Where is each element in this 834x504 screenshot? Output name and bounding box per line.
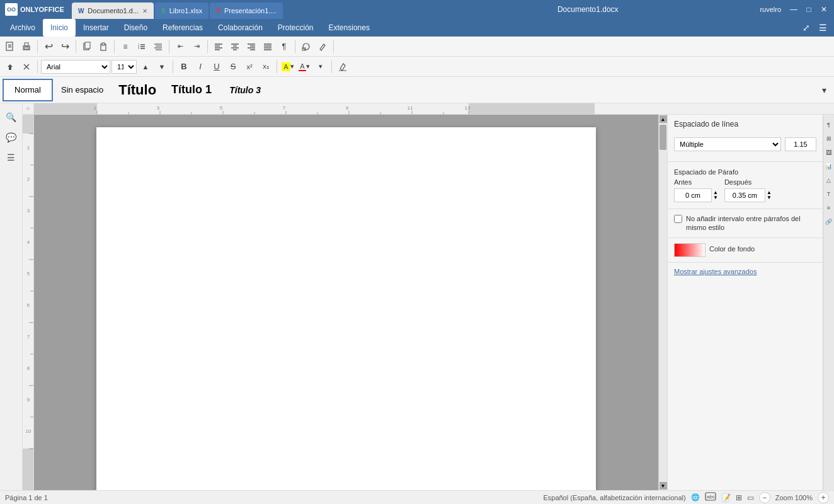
minimize-button[interactable]: — [789,4,799,14]
v-scrollbar[interactable]: ▲ ▼ [658,115,667,490]
panel-graph-icon[interactable]: 📊 [824,160,834,173]
style-titulo2[interactable]: Título 1 [164,79,219,101]
styles-dropdown-button[interactable]: ▾ [816,83,831,98]
before-value-input[interactable] [674,188,712,202]
numbered-list-button[interactable]: 123 [134,39,149,54]
font-color-button[interactable]: A▾ [297,59,312,74]
zoom-in-button[interactable]: + [818,492,829,503]
format-copy-button[interactable] [3,59,18,74]
panel-link-icon[interactable]: 🔗 [824,215,834,228]
svg-text:8: 8 [27,365,30,371]
view-mode-icon2[interactable]: ▭ [747,493,754,502]
close-button[interactable]: ✕ [819,4,829,14]
scroll-down-button[interactable]: ▼ [660,482,667,490]
before-down-button[interactable]: ▼ [713,195,718,200]
style-titulo1[interactable]: Título [111,79,163,101]
copy-format-button[interactable] [79,39,94,54]
panel-header-icon[interactable]: ≡ [824,202,834,214]
subscript-button[interactable]: x₂ [258,59,273,74]
align-center-button[interactable] [227,39,243,54]
panel-shape-icon[interactable]: △ [824,174,834,186]
scroll-up-button[interactable]: ▲ [660,115,667,123]
sidebar-search-icon[interactable]: 🔍 [3,108,20,126]
tab-doc1-close[interactable]: ✕ [142,8,147,14]
undo-button[interactable]: ↩ [41,39,56,54]
font-size-select[interactable]: 11 [111,60,137,74]
new-button[interactable] [3,39,18,54]
font-size-increase-button[interactable]: ▲ [138,59,153,74]
decrease-indent-button[interactable]: ⇤ [173,39,188,54]
menu-colaboracion[interactable]: Colaboración [210,19,270,37]
font-size-decrease-button[interactable]: ▼ [154,59,169,74]
align-left-button[interactable] [211,39,226,54]
increase-indent-button[interactable]: ⇥ [189,39,204,54]
bg-color-swatch[interactable] [674,243,705,257]
track-changes-icon[interactable]: 📝 [721,493,731,502]
line-spacing-type-select[interactable]: Múltiple [674,137,781,151]
style-sin-espacio[interactable]: Sin espacio [54,79,110,101]
scroll-thumb[interactable] [660,125,666,150]
zoom-out-button[interactable]: − [759,492,770,503]
strikethrough-button[interactable]: S [226,59,241,74]
doc-scroll[interactable] [34,115,658,490]
svg-point-37 [303,43,309,50]
clear-format-button[interactable] [19,59,34,74]
scroll-track[interactable] [659,123,667,481]
shapes-button[interactable] [299,39,314,54]
svg-text:4: 4 [27,239,30,245]
highlight-button[interactable]: A▾ [280,59,295,74]
view-mode-icon1[interactable]: ⊞ [736,493,742,502]
redo-button[interactable]: ↪ [57,39,72,54]
sidebar-comment-icon[interactable]: 💬 [3,129,20,146]
advanced-link[interactable]: Mostrar ajustes avanzados [668,265,823,278]
expand-icon[interactable]: ⤢ [800,21,813,34]
print-button[interactable] [19,39,34,54]
svg-text:5: 5 [220,105,223,111]
spellcheck-icon[interactable]: abc [705,492,716,503]
after-value-input[interactable] [724,188,765,202]
align-justify-button[interactable] [260,39,275,54]
tab-pres1[interactable]: P Presentación1.... [210,3,282,19]
before-section: Antes ▲ ▼ [674,178,718,202]
sep3 [114,40,115,53]
menu-icon[interactable]: ☰ [816,21,829,34]
bg-color-row: Color de fondo [668,241,823,260]
page-content[interactable] [96,127,596,480]
panel-para-icon[interactable]: ¶ [824,118,834,131]
bold-button[interactable]: B [176,59,191,74]
italic-button[interactable]: I [193,59,208,74]
paragraph-mark-button[interactable]: ¶ [277,39,292,54]
multilevel-list-button[interactable] [151,39,166,54]
line-spacing-value-input[interactable] [785,137,816,151]
paste-button[interactable] [96,39,111,54]
align-right-button[interactable] [244,39,259,54]
erase-format-button[interactable] [335,59,350,74]
svg-rect-42 [34,103,834,114]
draw-button[interactable] [315,39,330,54]
menu-proteccion[interactable]: Protección [270,19,321,37]
panel-image-icon[interactable]: 🖼 [824,146,834,159]
after-down-button[interactable]: ▼ [767,195,772,200]
menu-inicio[interactable]: Inicio [43,19,76,37]
tab-libro1[interactable]: X Libro1.xlsx [155,3,208,19]
style-titulo3[interactable]: Título 3 [220,79,270,101]
tab-doc1[interactable]: W Documento1.d... ✕ [72,3,154,19]
font-select[interactable]: Arial [41,60,110,74]
style-normal[interactable]: Normal [3,79,53,101]
panel-text-icon[interactable]: T [824,188,834,200]
sidebar-list-icon[interactable]: ☰ [3,149,20,166]
superscript-button[interactable]: x² [242,59,257,74]
more-colors-button[interactable]: ▾ [313,59,328,74]
language-icon[interactable]: 🌐 [691,493,700,501]
panel-table-icon[interactable]: ⊞ [824,132,834,145]
after-label: Después [724,178,772,186]
maximize-button[interactable]: □ [804,4,814,14]
bullet-list-button[interactable]: ≡ [118,39,133,54]
menu-extensiones[interactable]: Extensiones [321,19,377,37]
menu-archivo[interactable]: Archivo [3,19,43,37]
menu-diseno[interactable]: Diseño [117,19,155,37]
no-interval-checkbox[interactable] [674,215,682,223]
menu-referencias[interactable]: Referencias [155,19,210,37]
underline-button[interactable]: U [209,59,224,74]
menu-insertar[interactable]: Insertar [76,19,117,37]
